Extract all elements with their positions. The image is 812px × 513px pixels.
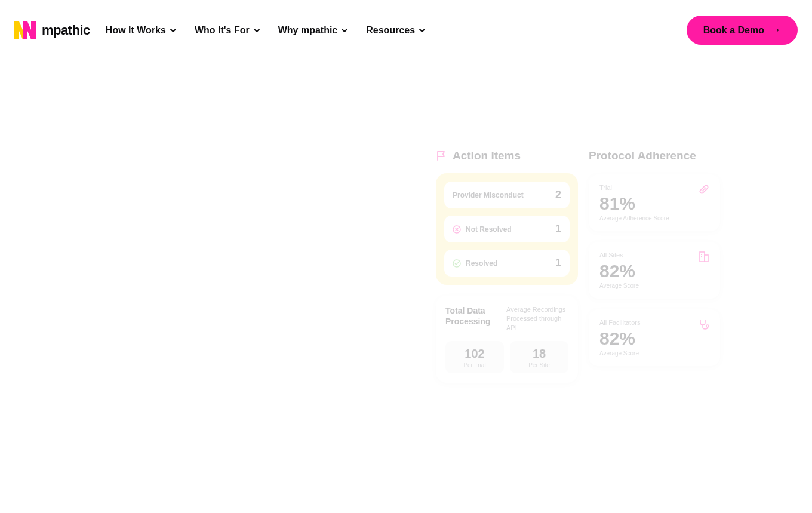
nav-why-mpathic[interactable]: Why mpathic xyxy=(278,25,349,36)
dashboard-right-column: Protocol Adherence Trial 81% Average Adh… xyxy=(589,149,720,383)
nav-label: Resources xyxy=(366,25,415,36)
section-title-text: Protocol Adherence xyxy=(589,149,696,162)
action-row-label: Not Resolved xyxy=(466,225,512,234)
book-demo-button[interactable]: Book a Demo → xyxy=(687,16,798,45)
action-items-title: Action Items xyxy=(436,149,578,162)
chevron-down-icon xyxy=(253,27,260,34)
metric-sub: Average Score xyxy=(599,282,709,289)
action-row-count: 2 xyxy=(555,189,561,201)
metric-card-trial: Trial 81% Average Adherence Score xyxy=(589,174,720,231)
svg-point-1 xyxy=(453,260,460,267)
data-processing-subtitle: Average Recordings Processed through API xyxy=(506,305,568,333)
metric-value: 82% xyxy=(599,261,709,281)
stat-per-trial: 102 Per Trial xyxy=(445,341,504,373)
action-row-count: 1 xyxy=(555,257,561,269)
arrow-right-icon: → xyxy=(770,24,781,36)
stat-number: 18 xyxy=(517,347,561,361)
stat-per-site: 18 Per Site xyxy=(510,341,568,373)
metric-value: 82% xyxy=(599,328,709,349)
section-title-text: Action Items xyxy=(453,149,521,162)
action-row-label: Resolved xyxy=(466,259,497,268)
action-row-count: 1 xyxy=(555,223,561,235)
svg-rect-7 xyxy=(701,256,702,257)
cta-label: Book a Demo xyxy=(703,25,764,36)
metric-label: All Facilitators xyxy=(599,319,709,326)
action-row-not-resolved[interactable]: Not Resolved 1 xyxy=(444,216,570,242)
dashboard-left-column: Action Items Provider Misconduct 2 Not R… xyxy=(436,149,578,383)
logo-mark-icon xyxy=(14,21,36,39)
nav-label: Why mpathic xyxy=(278,25,338,36)
action-row-label: Provider Misconduct xyxy=(453,191,524,199)
logo[interactable]: mpathic xyxy=(14,21,90,39)
action-items-card: Provider Misconduct 2 Not Resolved 1 xyxy=(436,173,578,285)
protocol-adherence-title: Protocol Adherence xyxy=(589,149,720,162)
stat-label: Per Site xyxy=(517,362,561,368)
x-circle-icon xyxy=(453,225,461,234)
chevron-down-icon xyxy=(341,27,348,34)
nav-how-it-works[interactable]: How It Works xyxy=(106,25,177,36)
pill-icon xyxy=(697,183,710,196)
data-processing-title: Total Data Processing xyxy=(445,305,499,327)
nav-who-its-for[interactable]: Who It's For xyxy=(195,25,260,36)
main-nav: How It Works Who It's For Why mpathic Re… xyxy=(106,25,687,36)
stat-label: Per Trial xyxy=(453,362,497,368)
stat-number: 102 xyxy=(453,347,497,361)
check-circle-icon xyxy=(453,259,461,268)
header: mpathic How It Works Who It's For Why mp… xyxy=(0,0,812,60)
svg-rect-6 xyxy=(701,254,702,255)
stethoscope-icon xyxy=(697,318,710,331)
action-row-provider-misconduct[interactable]: Provider Misconduct 2 xyxy=(444,182,570,208)
metric-label: Trial xyxy=(599,184,709,191)
chevron-down-icon xyxy=(419,27,426,34)
svg-point-8 xyxy=(706,325,709,327)
flag-icon xyxy=(436,150,447,161)
metric-value: 81% xyxy=(599,193,709,214)
logo-text: mpathic xyxy=(42,23,90,38)
nav-label: Who It's For xyxy=(195,25,250,36)
nav-resources[interactable]: Resources xyxy=(366,25,426,36)
svg-rect-5 xyxy=(705,255,708,262)
metric-sub: Average Score xyxy=(599,350,709,357)
dashboard-preview: Action Items Provider Misconduct 2 Not R… xyxy=(436,149,722,383)
data-processing-card: Total Data Processing Average Recordings… xyxy=(436,296,578,383)
nav-label: How It Works xyxy=(106,25,166,36)
metric-card-all-facilitators: All Facilitators 82% Average Score xyxy=(589,309,720,366)
metric-card-all-sites: All Sites 82% Average Score xyxy=(589,242,720,299)
chevron-down-icon xyxy=(170,27,177,34)
action-row-resolved[interactable]: Resolved 1 xyxy=(444,250,570,277)
metric-sub: Average Adherence Score xyxy=(599,215,709,222)
metric-label: All Sites xyxy=(599,251,709,259)
building-icon xyxy=(697,250,710,263)
